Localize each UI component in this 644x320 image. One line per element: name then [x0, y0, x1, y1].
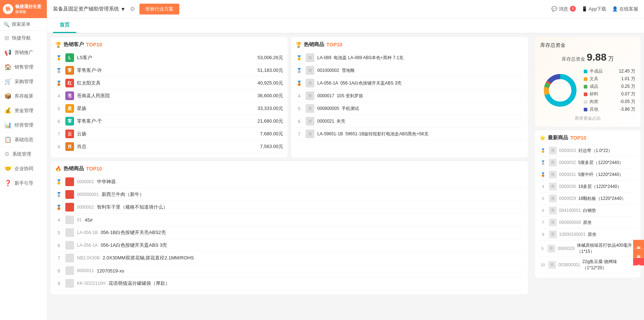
customer-rank-item: 6 零 零售客户-于 21,680.00元 [55, 115, 283, 128]
customer-rank-item: 🥈 零 零售客户-许 51,183.00元 [55, 64, 283, 77]
product-img [65, 177, 74, 186]
legend-dot [584, 70, 587, 73]
newest-product-item: 6 图 004100001 白钢垫 [539, 205, 636, 217]
hot-product-item: 🥇 0000001 中华神器 [55, 176, 523, 188]
product-thumb: 图 [549, 171, 557, 179]
product-thumbnail: 图 [306, 117, 314, 126]
chart-container: 半成品 12.45 万 文具 1.01 万 成品 0.25 万 [540, 67, 635, 113]
product-img [65, 190, 74, 199]
hot-product-item: 4 01 45# [55, 214, 523, 226]
donut-chart [540, 70, 580, 110]
legend-dot [584, 100, 587, 104]
fire-icon: 🔥 [55, 166, 61, 172]
product-img [65, 241, 74, 250]
newest-product-item: 🥈 图 0000032 5厘多层（1220*2440） [539, 157, 636, 169]
float-btn-community[interactable]: 服务社区 [633, 249, 644, 258]
product-thumbnail: 图 [306, 104, 314, 113]
product-thumb: 图 [547, 245, 555, 253]
newest-products-title: ⭐ 最新商品 TOP10 [539, 135, 636, 141]
product-thumb: 图 [549, 159, 557, 167]
product-sales-rank-item: 🥇 图 LA-089 电池盖 LA-089 ABS本色+黑种 7.1克 [295, 52, 523, 64]
product-thumb: 图 [549, 147, 557, 155]
legend-item-stationary: 文具 1.01 万 [584, 75, 635, 83]
sidebar-menu-item-finance[interactable]: 💰 资金管理 [0, 103, 47, 118]
sidebar-menu-item-inventory[interactable]: 📦 库存核算 [0, 89, 47, 103]
online-service-link[interactable]: 👤 在线客服 [612, 6, 638, 12]
product-thumbnail: 图 [306, 53, 314, 62]
product-thumbnail: 图 [306, 79, 314, 87]
inventory-icon: 📦 [4, 93, 12, 99]
product-img [65, 228, 74, 237]
product-thumb: 图 [549, 230, 557, 238]
top-products-sales-title: 🏆 热销商品 TOP10 [295, 41, 523, 48]
float-btn-live[interactable]: 直播 [633, 258, 644, 266]
hot-products-title: 🔥 热销商品 TOP10 [55, 165, 523, 172]
sidebar-menu-item-marketing[interactable]: 📢 营销推广 [0, 45, 47, 60]
right-section: 库存总资金 库存总资金 9.88 万 [531, 33, 644, 320]
legend-dot [584, 77, 587, 81]
app-download-link[interactable]: 📱 App下载 [582, 6, 606, 12]
newest-product-item: 8 图 10000100001 原坐 [539, 229, 636, 241]
newest-product-item: 4 图 0000030 18多层（1220*2440） [539, 181, 636, 193]
top-products-sales-panel: 🏆 热销商品 TOP10 🥇 图 LA-089 电池盖 LA-089 ABS本色… [291, 37, 528, 157]
main-area: 装备及固定资产辅助管理系统 ▼ ⚙ 体验行业方案 💬 消息 6 📱 App下载 … [47, 0, 644, 320]
hot-product-item: 6 LA-056-1A 056-1A白色按键开关盖ABS 3壳 [55, 239, 523, 252]
sidebar-menu-item[interactable]: ⊞ 快捷导航 [0, 31, 47, 45]
newest-product-item: 10 图 003800001 22g鱼豆腐·烧烤味（1*12*20） [539, 257, 636, 273]
sidebar-menu-item-basic[interactable]: 📋 基础信息 [0, 132, 47, 147]
trial-button[interactable]: 体验行业方案 [139, 4, 179, 15]
hot-product-item: 8 0000011 12070519-xs [55, 264, 523, 277]
product-sales-rank-item: 4 图 0000017 10S 变刹罗孩 [295, 90, 523, 102]
product-sales-rank-item: 🥈 图 001000002 雪地靴 [295, 64, 523, 77]
sidebar-menu-item-cooperation[interactable]: 🤝 企业协同 [0, 161, 47, 176]
top-panels: 🏆 热销客户 TOP10 🥇 L LS客户 53,006.26元 🥈 零 零售客… [51, 37, 528, 157]
legend-item-semi: 半成品 12.45 万 [584, 67, 635, 75]
newest-product-item: 5 图 0000029 18颗粒板（1220*2440） [539, 193, 636, 205]
inventory-panel: 库存总资金 库存总资金 9.88 万 [535, 37, 640, 127]
gear-icon[interactable]: ⚙ [130, 5, 135, 12]
product-thumb: 图 [549, 194, 557, 202]
customer-rank-item: 🥉 红 红太阳文具 40,925.00元 [55, 77, 283, 90]
top-customers-title: 🏆 热销客户 TOP10 [55, 41, 283, 48]
cooperation-icon: 🤝 [4, 165, 12, 172]
product-thumbnail: 图 [306, 130, 314, 138]
newest-product-item: 🥇 图 0000033 封边带（1.0*22） [539, 145, 636, 157]
customer-rank-item: 🥇 L LS客户 53,006.26元 [55, 52, 283, 64]
legend-dot [584, 85, 587, 89]
sidebar-menu-item-system[interactable]: ⚙ 系统管理 [0, 147, 47, 161]
product-img [65, 254, 74, 262]
middle-section: 🏆 热销客户 TOP10 🥇 L LS客户 53,006.26元 🥈 零 零售客… [47, 33, 531, 320]
sales-icon: 🏠 [4, 63, 12, 70]
star-icon: ⭐ [539, 135, 546, 141]
logo-text: 畅捷通好生意 标准版 [15, 4, 41, 15]
top-customers-panel: 🏆 热销客户 TOP10 🥇 L LS客户 53,006.26元 🥈 零 零售客… [51, 37, 288, 157]
finance-icon: 💰 [4, 107, 12, 114]
sidebar-menu-item-operation[interactable]: 📊 经营管理 [0, 118, 47, 132]
legend-list: 半成品 12.45 万 文具 1.01 万 成品 0.25 万 [584, 67, 635, 113]
trophy-icon2: 🏆 [295, 42, 302, 48]
hot-product-item: 5 LA-056-1B 056-1B白色按键开关壳ABS2壳 [55, 226, 523, 239]
sidebar-menu-item-sales[interactable]: 🏠 销售管理 [0, 60, 47, 74]
customer-rank-item: 8 肖 肖总 7,563.00元 [55, 140, 283, 153]
product-thumbnail: 图 [306, 66, 314, 75]
hot-product-item: 🥈 000500001 新西兰牛肉（新牛） [55, 188, 523, 201]
nav-tabs: 首页 [47, 18, 644, 33]
marketing-icon: 📢 [4, 49, 12, 56]
legend-dot [584, 108, 587, 111]
sidebar-menu-item-purchase[interactable]: 🛒 采购管理 [0, 74, 47, 89]
float-btn-service[interactable]: 客服热线 [633, 240, 644, 249]
hot-product-item: 🥉 0000002 智利车子里（规格不知道填什么） [55, 201, 523, 214]
hot-products-panel: 🔥 热销商品 TOP10 🥇 0000001 中华神器 🥈 000500001 … [51, 161, 528, 294]
tab-home[interactable]: 首页 [53, 18, 76, 33]
product-img [65, 279, 74, 288]
guide-icon: ❓ [4, 180, 12, 186]
sidebar-search[interactable]: 🔍 搜索菜单 [0, 18, 47, 31]
message-item[interactable]: 💬 消息 6 [551, 6, 576, 12]
quick-nav-icon: ⊞ [4, 34, 9, 41]
sidebar-menu-item-guide[interactable]: ❓ 新手引导 [0, 176, 47, 190]
logo-icon: 畅 [3, 4, 13, 14]
system-title-dropdown[interactable]: 装备及固定资产辅助管理系统 ▼ [53, 6, 126, 12]
newest-product-item: 9 图 0000028 体械蔗枝味苏打饮品400毫升（1*15） [539, 241, 636, 257]
legend-item-finished: 成品 0.25 万 [584, 83, 635, 90]
customer-rank-item: 4 苍 苍南县人民医院 36,600.00元 [55, 90, 283, 102]
